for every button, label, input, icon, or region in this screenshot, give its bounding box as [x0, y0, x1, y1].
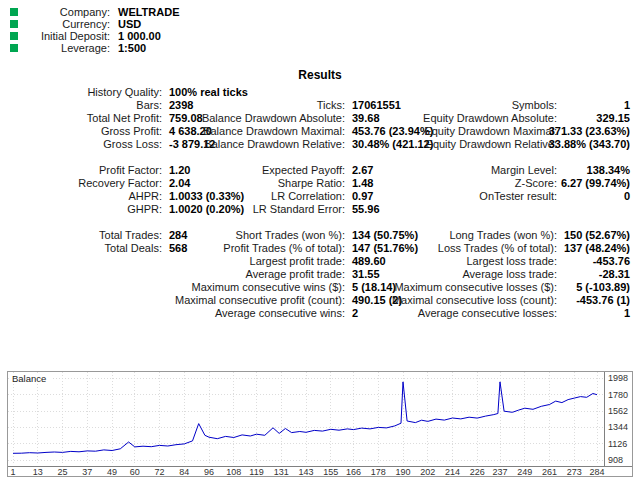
stat-label: Total Net Profit:	[87, 112, 162, 125]
x-axis-label: 84	[179, 467, 189, 477]
stat-label: Short Trades (won %):	[236, 229, 345, 242]
y-axis-label: 1780	[608, 390, 628, 400]
account-row: Currency:USD	[0, 18, 640, 30]
stat-value: 2.04	[169, 177, 190, 190]
x-axis-label: 178	[371, 467, 386, 477]
results-row: Average consecutive wins:2Average consec…	[0, 307, 640, 320]
stat-value: 284	[169, 229, 187, 242]
green-square-icon	[10, 44, 18, 52]
stat-label: Long Trades (won %):	[449, 229, 557, 242]
x-axis-label: 96	[204, 467, 214, 477]
x-axis-label: 108	[226, 467, 241, 477]
results-row: Recovery Factor:2.04Sharpe Ratio:1.48Z-S…	[0, 177, 640, 190]
results-row: Total Trades:284Short Trades (won %):134…	[0, 229, 640, 242]
green-square-icon	[10, 32, 18, 40]
chart-title: Balance	[12, 373, 46, 384]
account-value: 1:500	[118, 42, 146, 54]
backtest-report: Company:WELTRADECurrency:USDInitial Depo…	[0, 0, 640, 480]
stat-value: 31.55	[352, 268, 380, 281]
stat-value: 1.0020 (0.20%)	[169, 203, 244, 216]
stat-value: 17061551	[352, 99, 401, 112]
stat-value: 489.60	[352, 255, 386, 268]
green-square-icon	[10, 20, 18, 28]
stat-value: 5 (18.14)	[352, 281, 396, 294]
stat-label: Profit Trades (% of total):	[223, 242, 345, 255]
results-row: Largest profit trade:489.60Largest loss …	[0, 255, 640, 268]
x-axis-label: 60	[130, 467, 140, 477]
stat-label: Loss Trades (% of total):	[438, 242, 557, 255]
x-axis-label: 273	[567, 467, 582, 477]
stat-label: Average consecutive wins:	[215, 307, 345, 320]
results-row: Total Deals:568Profit Trades (% of total…	[0, 242, 640, 255]
y-axis-label: 1344	[608, 422, 628, 432]
stat-label: Total Deals:	[105, 242, 162, 255]
x-axis-label: 131	[274, 467, 289, 477]
account-value: 1 000.00	[118, 30, 161, 42]
stat-value: 147 (51.76%)	[352, 242, 418, 255]
stat-value: 453.76 (23.94%)	[352, 125, 433, 138]
stat-value: 5 (-103.89)	[576, 281, 630, 294]
stat-label: Bars:	[136, 99, 162, 112]
x-axis-label: 166	[346, 467, 361, 477]
stat-label: Profit Factor:	[99, 164, 162, 177]
stat-label: LR Correlation:	[271, 190, 345, 203]
balance-chart: 1998178015621344112690811325374960728496…	[7, 371, 633, 477]
stat-value: 568	[169, 242, 187, 255]
results-row: GHPR:1.0020 (0.20%)LR Standard Error:55.…	[0, 203, 640, 216]
results-table: History Quality:100% real ticksBars:2398…	[0, 86, 640, 333]
account-label: Initial Deposit:	[41, 30, 110, 42]
stat-label: Gross Profit:	[101, 125, 162, 138]
account-info: Company:WELTRADECurrency:USDInitial Depo…	[0, 6, 640, 54]
stat-label: Largest profit trade:	[250, 255, 345, 268]
stat-label: Balance Drawdown Maximal:	[203, 125, 345, 138]
stat-value: 329.15	[596, 112, 630, 125]
results-row: Average profit trade:31.55Average loss t…	[0, 268, 640, 281]
x-axis-label: 249	[517, 467, 532, 477]
stat-value: 2398	[169, 99, 193, 112]
results-row: Profit Factor:1.20Expected Payoff:2.67Ma…	[0, 164, 640, 177]
x-axis-label: 202	[420, 467, 435, 477]
x-axis-label: 72	[155, 467, 165, 477]
stat-label: Average profit trade:	[246, 268, 345, 281]
stat-label: Maximum consecutive losses ($):	[394, 281, 557, 294]
stat-label: Symbols:	[512, 99, 557, 112]
results-row: Gross Profit:4 638.20Balance Drawdown Ma…	[0, 125, 640, 138]
stat-label: Maximal consecutive profit (count):	[175, 294, 345, 307]
stat-value: 30.48% (421.12)	[352, 138, 433, 151]
stat-value: 371.33 (23.63%)	[549, 125, 630, 138]
stat-label: LR Standard Error:	[253, 203, 345, 216]
stat-label: Maximal consecutive loss (count):	[392, 294, 557, 307]
x-axis-label: 143	[299, 467, 314, 477]
stat-label: Total Trades:	[99, 229, 162, 242]
x-axis-label: 119	[249, 467, 263, 477]
x-axis-label: 49	[107, 467, 117, 477]
account-row: Leverage:1:500	[0, 42, 640, 54]
account-label: Leverage:	[61, 42, 110, 54]
results-group: Profit Factor:1.20Expected Payoff:2.67Ma…	[0, 164, 640, 216]
stat-label: Average consecutive losses:	[418, 307, 557, 320]
stat-label: Equity Drawdown Absolute:	[423, 112, 557, 125]
stat-label: Gross Loss:	[103, 138, 162, 151]
balance-chart-svg: 1998178015621344112690811325374960728496…	[7, 371, 633, 477]
x-axis-label: 226	[470, 467, 485, 477]
stat-label: Z-Score:	[515, 177, 557, 190]
account-label: Company:	[60, 6, 110, 18]
stat-label: Balance Drawdown Absolute:	[202, 112, 345, 125]
results-row: History Quality:100% real ticks	[0, 86, 640, 99]
y-axis-label: 1126	[608, 439, 627, 449]
stat-value: -453.76	[593, 255, 630, 268]
y-axis-label: 1998	[608, 373, 628, 383]
y-axis-label: 1562	[608, 406, 628, 416]
stat-label: Recovery Factor:	[78, 177, 162, 190]
stat-value: 134 (50.75%)	[352, 229, 418, 242]
results-row: AHPR:1.0033 (0.33%)LR Correlation:0.97On…	[0, 190, 640, 203]
stat-value: 1.0033 (0.33%)	[169, 190, 244, 203]
stat-label: Equity Drawdown Relative:	[426, 138, 557, 151]
stat-value: 2.67	[352, 164, 373, 177]
x-axis-label: 214	[445, 467, 460, 477]
stat-value: 138.34%	[587, 164, 630, 177]
stat-label: GHPR:	[127, 203, 162, 216]
results-row: Maximum consecutive wins ($):5 (18.14)Ma…	[0, 281, 640, 294]
account-value: WELTRADE	[118, 6, 180, 18]
stat-label: Maximum consecutive wins ($):	[192, 281, 345, 294]
